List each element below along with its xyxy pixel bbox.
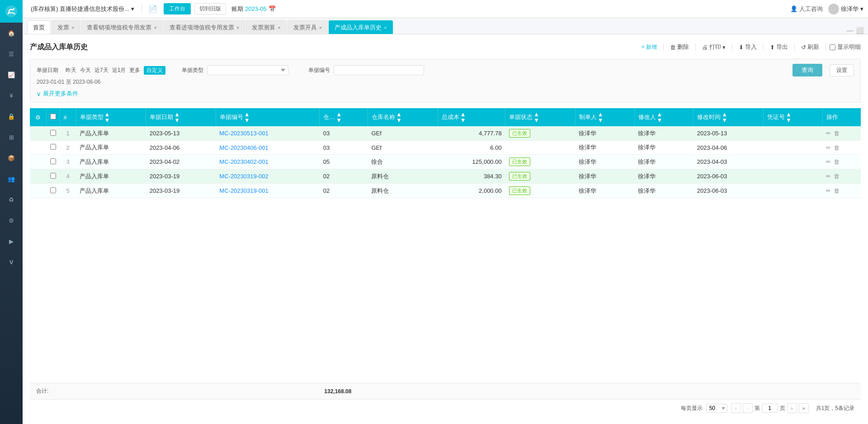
user-menu[interactable]: 徐泽华 ▾ [828,4,863,14]
col-total-cost[interactable]: 总成本▲▼ [438,108,505,126]
row-number-link[interactable]: MC-20230319-002 [219,173,268,180]
tab-invoice[interactable]: 发票 × [52,20,80,34]
row-number-link[interactable]: MC-20230406-001 [219,144,268,151]
row-delete-icon[interactable]: 🗑 [834,187,840,194]
date-1month[interactable]: 近1月 [112,67,126,74]
next-page-btn[interactable]: › [787,403,797,413]
row-checkbox[interactable] [50,130,56,136]
row-number-cell[interactable]: MC-20230319-001 [216,184,319,198]
row-checkbox[interactable] [50,173,56,179]
company-selector[interactable]: (库存核算) 直播轻捷通信息技术股份... ▾ [27,5,138,13]
sidebar-item-grid[interactable]: ⊞ [0,127,23,148]
row-checkbox[interactable] [50,187,56,193]
sidebar-item-document[interactable]: ☰ [0,43,23,64]
col-settings[interactable]: ⚙ [30,108,46,126]
row-number-link[interactable]: MC-20230402-001 [219,158,268,165]
row-number-cell[interactable]: MC-20230406-001 [216,141,319,155]
row-edit-icon[interactable]: ✏ [826,158,831,165]
set-btn[interactable]: 设置 [830,64,854,76]
tab-open[interactable]: 发票开具 × [288,20,328,34]
first-page-btn[interactable]: « [731,403,741,413]
col-creator[interactable]: 制单人▲▼ [575,108,634,126]
delete-btn[interactable]: 🗑 删除 [667,42,692,52]
select-all-checkbox[interactable] [50,114,56,119]
row-number-cell[interactable]: MC-20230319-002 [216,169,319,184]
sidebar-item-recycle[interactable]: ♻ [0,189,23,210]
row-number-link[interactable]: MC-20230513-001 [219,130,268,137]
date-custom[interactable]: 自定义 [144,66,165,75]
col-modifier[interactable]: 修改人▲▼ [634,108,693,126]
tab-check-sales-close[interactable]: × [154,25,156,30]
row-checkbox-cell[interactable] [46,169,60,184]
workbench-btn[interactable]: 工作台 [164,3,191,14]
current-page-input[interactable] [762,404,778,413]
tab-check-sales[interactable]: 查看销项增值税专用发票 × [81,20,162,34]
date-today[interactable]: 今天 [80,67,91,74]
query-btn[interactable]: 查询 [793,64,822,76]
expand-filter-btn[interactable]: ∨ 展开更多条件 [37,90,854,98]
print-btn[interactable]: 🖨 打印 ▾ [699,42,728,52]
row-checkbox[interactable] [50,158,56,164]
row-edit-icon[interactable]: ✏ [826,173,831,180]
date-more[interactable]: 更多 [129,67,140,74]
date-yesterday[interactable]: 昨天 [66,67,76,74]
row-checkbox-cell[interactable] [46,155,60,169]
tab-check-purchase-close[interactable]: × [236,25,239,30]
import-btn[interactable]: ⬇ 导入 [736,42,760,52]
tab-maximize-btn[interactable]: ⬜ [856,27,863,34]
sidebar-item-chart[interactable]: 📈 [0,64,23,85]
last-page-btn[interactable]: » [799,403,809,413]
row-checkbox-cell[interactable] [46,141,60,155]
row-delete-icon[interactable]: 🗑 [834,158,840,165]
sidebar-item-play[interactable]: ▶ [0,231,23,252]
refresh-btn[interactable]: ↺ 刷新 [798,42,822,52]
row-edit-icon[interactable]: ✏ [826,144,831,151]
sidebar-item-v[interactable]: V [0,252,23,272]
row-delete-icon[interactable]: 🗑 [834,144,840,151]
row-checkbox-cell[interactable] [46,126,60,141]
sidebar-item-inventory[interactable]: 📦 [0,148,23,168]
col-voucher[interactable]: 凭证号▲▼ [763,108,822,126]
col-select-all[interactable] [46,108,60,126]
display-toggle-checkbox[interactable] [830,44,835,50]
col-date[interactable]: 单据日期▲▼ [146,108,216,126]
row-delete-icon[interactable]: 🗑 [834,130,840,137]
sidebar-item-people[interactable]: 👥 [0,168,23,189]
new-btn[interactable]: + 新增 [639,42,660,52]
tab-calc-close[interactable]: × [278,25,280,30]
tab-open-close[interactable]: × [319,25,322,30]
switch-old-btn[interactable]: 切到旧版 [194,3,226,14]
date-7days[interactable]: 近7天 [94,67,108,74]
number-input[interactable] [334,65,424,75]
row-number-cell[interactable]: MC-20230402-001 [216,155,319,169]
document-btn[interactable]: 📄 [146,3,160,14]
sidebar-item-settings[interactable]: ⚙ [0,210,23,231]
col-warehouse-name[interactable]: 仓库名称▲▼ [368,108,438,126]
tab-product-history-close[interactable]: × [384,25,387,30]
tab-home[interactable]: 首页 [27,20,51,34]
row-checkbox-cell[interactable] [46,184,60,198]
col-type[interactable]: 单据类型▲▼ [76,108,146,126]
col-number[interactable]: 单据编号▲▼ [216,108,319,126]
row-number-link[interactable]: MC-20230319-001 [219,187,268,194]
per-page-select[interactable]: 50 100 [706,404,727,413]
tab-check-purchase[interactable]: 查看进项增值税专用发票 × [164,20,245,34]
service-btn[interactable]: 👤 人工咨询 [790,5,823,13]
row-edit-icon[interactable]: ✏ [826,187,831,194]
tab-minimize-btn[interactable]: — [847,27,853,34]
row-delete-icon[interactable]: 🗑 [834,173,840,180]
tab-invoice-close[interactable]: × [71,25,74,30]
col-warehouse-code[interactable]: 仓…▲▼ [320,108,368,126]
prev-page-btn[interactable]: ‹ [743,403,753,413]
row-number-cell[interactable]: MC-20230513-001 [216,126,319,141]
sidebar-item-lock[interactable]: 🔒 [0,106,23,127]
col-status[interactable]: 单据状态▲▼ [505,108,576,126]
period-selector[interactable]: 账期 2023-05 📅 [231,5,276,13]
col-modify-time[interactable]: 修改时间▲▼ [693,108,764,126]
row-checkbox[interactable] [50,144,56,150]
row-edit-icon[interactable]: ✏ [826,130,831,137]
export-btn[interactable]: ⬆ 导出 [767,42,791,52]
sidebar-item-money[interactable]: ¥ [0,85,23,106]
type-select[interactable] [207,65,288,75]
tab-product-history[interactable]: 产成品入库单历史 × [329,20,392,34]
